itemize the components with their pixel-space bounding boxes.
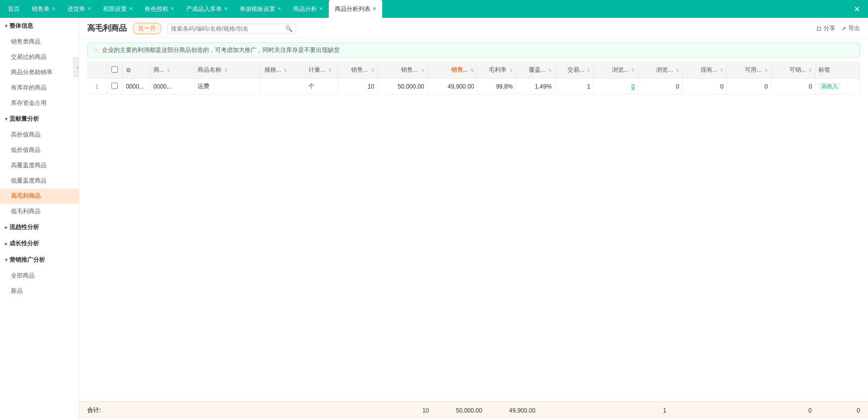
close-tab-sales[interactable]: ✕	[51, 0, 55, 18]
sidebar-item-high-value[interactable]: 高价值商品	[0, 127, 79, 142]
sidebar-group-marketing[interactable]: ▾ 营销推广分析	[0, 252, 79, 268]
sidebar-item-traded-goods[interactable]: 交易过的商品	[0, 49, 79, 65]
sort-icon-unit[interactable]: ⇅	[328, 68, 332, 73]
col-header-sales2: 销售... ⇅	[427, 62, 477, 79]
header-actions: ⊡ 分享 ↗ 导出	[817, 24, 860, 33]
tab-product-analysis-list[interactable]: 商品分析列表 ✕	[329, 0, 382, 18]
share-icon: ⊡	[817, 25, 821, 32]
col-header-instock: 现有... ⇅	[682, 62, 727, 79]
chevron-right-icon-2: ▸	[5, 241, 7, 246]
sidebar-group-contribution[interactable]: ▾ 贡献量分析	[0, 111, 79, 127]
col-header-gross: 毛利率 ⇅	[477, 62, 516, 79]
tab-product-inbound[interactable]: 产成品入库单 ✕	[180, 0, 234, 18]
sort-icon-browse2[interactable]: ⇅	[676, 68, 679, 73]
data-table: ⚙ 商... ⇅ 商品名称 ⇅ 规格... ⇅	[87, 62, 860, 94]
close-tab-role[interactable]: ✕	[170, 0, 174, 18]
sidebar-item-category-rate[interactable]: 商品分类助销率	[0, 65, 79, 80]
tab-role[interactable]: 角色授权 ✕	[139, 0, 180, 18]
sort-icon-avail[interactable]: ⇅	[765, 68, 768, 73]
sort-icon-instock[interactable]: ⇅	[720, 68, 723, 73]
table-row: 1 0000... 0000... 运费 个 10 50,000.00 49,9…	[87, 79, 860, 94]
sidebar-item-new-goods[interactable]: 新品	[0, 283, 79, 299]
row-browse1: 0	[594, 79, 638, 94]
tag-badge: 高收入	[818, 83, 841, 90]
sidebar-item-stock-capital[interactable]: 库存资金占用	[0, 95, 79, 111]
col-header-tag: 标签	[816, 62, 860, 79]
sidebar-item-high-gross[interactable]: 高毛利商品	[0, 188, 79, 204]
row-tag: 高收入	[816, 79, 860, 94]
sort-icon-sales2[interactable]: ⇅	[470, 68, 474, 73]
sidebar-item-low-value[interactable]: 低价值商品	[0, 142, 79, 158]
tab-template[interactable]: 单据模板设置 ✕	[234, 0, 287, 18]
export-icon: ↗	[841, 25, 846, 32]
total-instock: 0	[773, 407, 812, 414]
filter-recent-month-button[interactable]: 近一月	[133, 23, 161, 34]
close-tab-template[interactable]: ✕	[277, 0, 281, 18]
sort-icon-code[interactable]: ⇅	[167, 68, 170, 73]
row-unit: 个	[306, 79, 339, 94]
col-header-name: 商品名称 ⇅	[195, 62, 261, 79]
close-window-button[interactable]: ✕	[848, 4, 866, 14]
search-box: 🔍	[167, 24, 296, 34]
share-button[interactable]: ⊡ 分享	[817, 24, 835, 33]
row-checkbox[interactable]	[111, 83, 118, 89]
sort-icon-salable[interactable]: ⇅	[809, 68, 812, 73]
col-header-code: 商... ⇅	[150, 62, 195, 79]
sidebar-item-low-coverage[interactable]: 低覆盖度商品	[0, 173, 79, 188]
row-checkbox-cell	[107, 79, 122, 94]
sidebar-item-sales-goods[interactable]: 销售类商品	[0, 34, 79, 49]
col-header-salable: 可销... ⇅	[771, 62, 816, 79]
chevron-down-icon-3: ▾	[5, 257, 7, 263]
tab-home[interactable]: 首页	[2, 0, 26, 18]
search-icon[interactable]: 🔍	[285, 25, 293, 32]
sort-icon-browse1[interactable]: ⇅	[631, 68, 635, 73]
select-all-checkbox[interactable]	[111, 66, 118, 73]
tab-product-analysis[interactable]: 商品分析 ✕	[287, 0, 329, 18]
row-trade: 1	[555, 79, 594, 94]
close-tab-product-analysis-list[interactable]: ✕	[372, 0, 376, 18]
sidebar-item-in-stock-goods[interactable]: 有库存的商品	[0, 80, 79, 95]
table-wrapper: ⚙ 商... ⇅ 商品名称 ⇅ 规格... ⇅	[79, 62, 868, 401]
info-icon: ☆	[94, 47, 99, 54]
sidebar-item-low-gross[interactable]: 低毛利商品	[0, 204, 79, 219]
search-input[interactable]	[171, 25, 283, 32]
sort-icon-trade[interactable]: ⇅	[587, 68, 590, 73]
chevron-left-icon: «	[77, 64, 79, 71]
row-gross-rate: 99.8%	[477, 79, 516, 94]
close-tab-product-inbound[interactable]: ✕	[224, 0, 228, 18]
sort-icon-qty[interactable]: ⇅	[371, 68, 374, 73]
sidebar-group-overall[interactable]: ▾ 整体信息	[0, 18, 79, 34]
close-tab-permission[interactable]: ✕	[129, 0, 133, 18]
sort-icon-gross[interactable]: ⇅	[510, 68, 513, 73]
row-code: 0000...	[150, 79, 195, 94]
row-instock: 0	[682, 79, 727, 94]
tab-sales[interactable]: 销售单 ✕	[26, 0, 61, 18]
col-header-check	[107, 62, 122, 79]
row-browse2: 0	[638, 79, 683, 94]
row-sales2: 49,900.00	[427, 79, 477, 94]
total-qty: 10	[395, 407, 429, 414]
close-tab-product-analysis[interactable]: ✕	[319, 0, 323, 18]
sidebar-group-growth[interactable]: ▸ 成长性分析	[0, 235, 79, 252]
col-header-browse2: 浏览... ⇅	[638, 62, 683, 79]
sort-icon-sales1[interactable]: ⇅	[421, 68, 424, 73]
sidebar: ▾ 整体信息 销售类商品 交易过的商品 商品分类助销率 有库存的商品 库存资金占…	[0, 18, 79, 419]
col-header-trade: 交易... ⇅	[555, 62, 594, 79]
close-tab-purchase[interactable]: ✕	[87, 0, 91, 18]
sidebar-item-high-coverage[interactable]: 高覆盖度商品	[0, 158, 79, 173]
col-header-unit: 计量... ⇅	[306, 62, 339, 79]
tab-purchase[interactable]: 进货单 ✕	[61, 0, 97, 18]
tab-permission[interactable]: 权限设置 ✕	[97, 0, 139, 18]
footer-bar: 合计: 10 50,000.00 49,900.00 1 0 0	[79, 401, 868, 419]
col-header-settings[interactable]: ⚙	[123, 62, 151, 79]
sort-icon-cover[interactable]: ⇅	[548, 68, 552, 73]
export-button[interactable]: ↗ 导出	[841, 24, 860, 33]
total-label: 合计:	[87, 406, 107, 415]
sidebar-item-all-goods[interactable]: 全部商品	[0, 268, 79, 283]
row-name: 运费	[195, 79, 261, 94]
top-nav: 首页 销售单 ✕ 进货单 ✕ 权限设置 ✕ 角色授权 ✕ 产成品入库单 ✕ 单据…	[0, 0, 868, 18]
sort-icon-name[interactable]: ⇅	[224, 68, 228, 73]
sidebar-collapse-button[interactable]: «	[73, 57, 79, 77]
sort-icon-spec[interactable]: ⇅	[284, 68, 287, 73]
sidebar-group-flow[interactable]: ▸ 流趋性分析	[0, 219, 79, 235]
